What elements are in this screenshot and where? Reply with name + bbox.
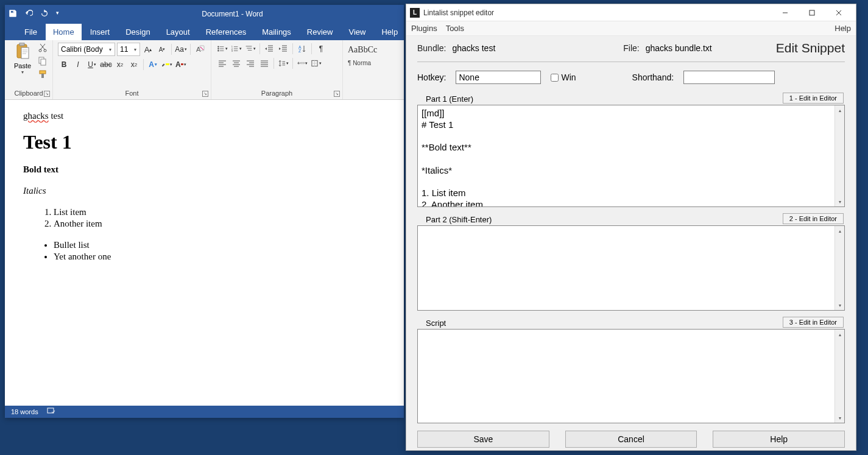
part2-textarea[interactable] (418, 226, 834, 310)
scroll-up-icon[interactable]: ▴ (835, 330, 844, 339)
font-size-input[interactable] (118, 45, 131, 54)
doc-ordered-list: List item Another item (23, 207, 386, 229)
section-part1: Part 1 (Enter) 1 - Edit in Editor ▴▾ (417, 93, 845, 207)
clipboard-dialog-launcher-icon[interactable]: ↘ (44, 91, 50, 97)
scroll-down-icon[interactable]: ▾ (835, 300, 844, 310)
help-button[interactable]: Help (713, 431, 845, 448)
decrease-indent-button[interactable] (263, 43, 275, 55)
bold-button[interactable]: B (58, 58, 70, 71)
save-button[interactable]: Save (417, 431, 549, 448)
cut-icon[interactable] (38, 43, 48, 54)
menu-tools[interactable]: Tools (446, 24, 464, 33)
win-checkbox[interactable]: Win (551, 72, 576, 82)
underline-button[interactable]: U▾ (86, 58, 98, 71)
shrink-font-button[interactable]: A▾ (156, 43, 168, 55)
group-paragraph: ▾ 123▾ ▾ AZ ¶ ▾ (211, 40, 343, 99)
hotkey-input[interactable] (456, 71, 541, 84)
qat-customize-icon[interactable]: ▾ (56, 10, 65, 18)
highlight-button[interactable]: ▾ (161, 58, 173, 71)
tab-file[interactable]: File (17, 24, 44, 40)
win-checkbox-input[interactable] (551, 74, 559, 82)
word-statusbar: 18 words (5, 406, 404, 418)
format-painter-icon[interactable] (38, 69, 48, 81)
part1-edit-button[interactable]: 1 - Edit in Editor (783, 93, 844, 104)
scroll-up-icon[interactable]: ▴ (835, 226, 844, 236)
align-center-button[interactable] (230, 57, 242, 69)
show-marks-button[interactable]: ¶ (315, 43, 327, 55)
increase-indent-button[interactable] (277, 43, 289, 55)
script-textarea[interactable] (418, 330, 834, 423)
align-right-button[interactable] (244, 57, 256, 69)
paste-button[interactable]: Paste ▾ (10, 43, 35, 75)
subscript-button[interactable]: x2 (114, 58, 126, 71)
part1-textarea[interactable] (418, 105, 834, 206)
shading-button[interactable]: ▾ (296, 57, 308, 69)
scroll-up-icon[interactable]: ▴ (835, 105, 844, 115)
maximize-button[interactable] (799, 4, 825, 21)
strikethrough-button[interactable]: abc (100, 58, 112, 71)
svg-text:Z: Z (298, 49, 302, 53)
save-icon[interactable] (9, 9, 17, 19)
paste-label: Paste (14, 62, 31, 69)
line-spacing-button[interactable]: ▾ (277, 57, 289, 69)
superscript-button[interactable]: x2 (128, 58, 140, 71)
minimize-button[interactable] (772, 4, 799, 21)
tab-help[interactable]: Help (374, 24, 405, 40)
word-window: ▾ Document1 - Word File Home Insert Desi… (5, 5, 404, 418)
font-name-input[interactable] (58, 45, 106, 54)
document-title: Document1 - Word (65, 10, 400, 18)
font-size-combo[interactable]: ▾ (117, 43, 140, 56)
copy-icon[interactable] (38, 56, 48, 68)
doc-heading: Test 1 (23, 131, 386, 153)
word-count[interactable]: 18 words (11, 408, 38, 415)
clear-formatting-button[interactable]: A (194, 43, 206, 55)
part2-edit-button[interactable]: 2 - Edit in Editor (783, 213, 844, 224)
paragraph-dialog-launcher-icon[interactable]: ↘ (334, 91, 340, 97)
part2-label: Part 2 (Shift-Enter) (426, 215, 492, 224)
multilevel-list-button[interactable]: ▾ (244, 43, 256, 55)
chevron-down-icon[interactable]: ▾ (131, 47, 139, 52)
font-dialog-launcher-icon[interactable]: ↘ (202, 91, 208, 97)
scrollbar[interactable]: ▴▾ (834, 226, 844, 310)
tab-design[interactable]: Design (118, 24, 157, 40)
scroll-down-icon[interactable]: ▾ (835, 413, 844, 423)
menu-help[interactable]: Help (834, 24, 851, 33)
sort-button[interactable]: AZ (296, 43, 308, 55)
redo-icon[interactable] (40, 9, 49, 19)
edit-snippet-heading: Edit Snippet (776, 41, 845, 55)
font-color-button[interactable]: A▾ (175, 58, 187, 71)
undo-icon[interactable] (24, 9, 33, 19)
shorthand-input[interactable] (683, 71, 775, 84)
scroll-down-icon[interactable]: ▾ (835, 197, 844, 206)
font-name-combo[interactable]: ▾ (58, 43, 115, 56)
numbering-button[interactable]: 123▾ (230, 43, 242, 55)
change-case-button[interactable]: Aa▾ (175, 43, 187, 55)
borders-button[interactable]: ▾ (310, 57, 322, 69)
bullets-button[interactable]: ▾ (216, 43, 228, 55)
tab-view[interactable]: View (341, 24, 373, 40)
italic-button[interactable]: I (72, 58, 84, 71)
scrollbar[interactable]: ▴▾ (834, 105, 844, 206)
tab-home[interactable]: Home (46, 24, 82, 40)
style-preview[interactable]: AaBbCc (348, 45, 377, 55)
menu-plugins[interactable]: Plugins (411, 24, 437, 33)
chevron-down-icon[interactable]: ▾ (106, 47, 115, 52)
close-button[interactable] (825, 4, 852, 21)
align-left-button[interactable] (216, 57, 228, 69)
justify-button[interactable] (258, 57, 270, 69)
tab-review[interactable]: Review (300, 24, 340, 40)
script-edit-button[interactable]: 3 - Edit in Editor (783, 317, 844, 328)
tab-mailings[interactable]: Mailings (255, 24, 298, 40)
doc-unordered-list: Bullet list Yet another one (23, 240, 386, 262)
svg-point-14 (217, 50, 219, 51)
text-effects-button[interactable]: A▾ (147, 58, 159, 71)
tab-references[interactable]: References (199, 24, 253, 40)
grow-font-button[interactable]: A▴ (142, 43, 154, 55)
tab-layout[interactable]: Layout (159, 24, 197, 40)
cancel-button[interactable]: Cancel (565, 431, 697, 448)
scrollbar[interactable]: ▴▾ (834, 330, 844, 423)
document-body[interactable]: ghacks test Test 1 Bold text Italics Lis… (5, 100, 404, 406)
tab-insert[interactable]: Insert (83, 24, 118, 40)
script-label: Script (426, 319, 446, 328)
spellcheck-icon[interactable] (47, 407, 55, 416)
